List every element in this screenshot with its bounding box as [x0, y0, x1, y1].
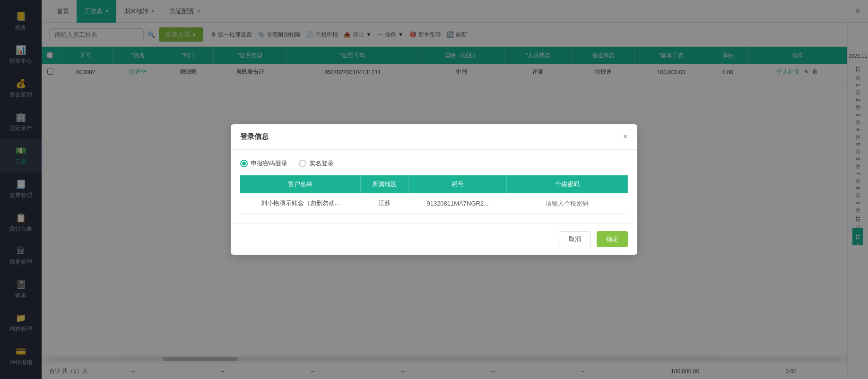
login-dialog: 登录信息 × 申报密码登录 实名登录 客户名称 所属地区 — [231, 124, 637, 255]
dialog-title: 登录信息 — [240, 132, 269, 141]
confirm-button[interactable]: 确定 — [597, 231, 628, 247]
client-row: 刘小艳演示账套（勿删勿动... 江苏 91320811MA7NGR2... — [240, 193, 628, 214]
dialog-col-region: 所属地区 — [360, 175, 409, 193]
radio-realname-login[interactable]: 实名登录 — [299, 159, 334, 168]
dialog-col-tax-number: 税号 — [409, 175, 507, 193]
dialog-body: 申报密码登录 实名登录 客户名称 所属地区 税号 个税密码 — [231, 150, 637, 223]
cell-client-region: 江苏 — [360, 193, 409, 214]
radio-password-login[interactable]: 申报密码登录 — [240, 159, 287, 168]
login-type-radio-group: 申报密码登录 实名登录 — [240, 159, 628, 168]
radio-password-dot — [240, 160, 248, 167]
dialog-col-client: 客户名称 — [240, 175, 360, 193]
client-table: 客户名称 所属地区 税号 个税密码 刘小艳演示账套（勿删勿动... 江苏 913… — [240, 175, 628, 214]
radio-realname-dot — [299, 160, 306, 167]
cell-client-tax-number: 91320811MA7NGR2... — [409, 193, 507, 214]
dialog-close-button[interactable]: × — [623, 132, 628, 142]
cell-tax-password-input[interactable] — [507, 193, 628, 214]
cancel-button[interactable]: 取消 — [559, 231, 591, 247]
dialog-footer: 取消 确定 — [231, 223, 637, 255]
modal-overlay[interactable]: 登录信息 × 申报密码登录 实名登录 客户名称 所属地区 — [0, 0, 868, 379]
cell-client-name: 刘小艳演示账套（勿删勿动... — [240, 193, 360, 214]
dialog-col-password: 个税密码 — [507, 175, 628, 193]
tax-password-field[interactable] — [512, 200, 622, 207]
dialog-header: 登录信息 × — [231, 124, 637, 150]
